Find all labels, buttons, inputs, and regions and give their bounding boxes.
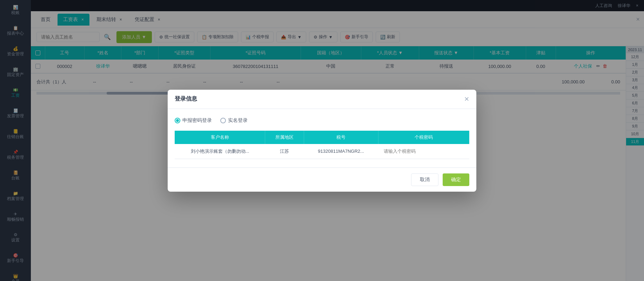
modal-table-row: 刘小艳演示账套（勿删勿动... 江苏 91320811MA7NGR2... [175, 144, 469, 159]
login-type-radio-group: 申报密码登录 实名登录 [175, 117, 469, 124]
modal-header: 登录信息 ✕ [168, 90, 476, 109]
modal-cell-name: 刘小艳演示账套（勿删勿动... [175, 144, 265, 159]
radio-realname-login[interactable]: 实名登录 [220, 117, 248, 124]
login-modal: 登录信息 ✕ 申报密码登录 实名登录 客户名称 所属地区 [168, 90, 476, 192]
modal-footer: 取消 确定 [168, 167, 476, 192]
tax-password-input[interactable] [384, 149, 463, 154]
confirm-button[interactable]: 确定 [443, 173, 469, 186]
modal-cell-region: 江苏 [265, 144, 304, 159]
modal-col-password: 个税密码 [378, 131, 469, 144]
modal-cell-tax: 91320811MA7NGR2... [304, 144, 378, 159]
modal-col-name: 客户名称 [175, 131, 265, 144]
modal-col-tax: 税号 [304, 131, 378, 144]
modal-cell-password-input[interactable] [378, 144, 469, 159]
modal-title: 登录信息 [175, 95, 197, 103]
radio-realname-circle [220, 118, 226, 123]
radio-password-circle [175, 118, 180, 123]
modal-body: 申报密码登录 实名登录 客户名称 所属地区 税号 个税密码 [168, 109, 476, 167]
modal-col-region: 所属地区 [265, 131, 304, 144]
modal-overlay: 登录信息 ✕ 申报密码登录 实名登录 客户名称 所属地区 [0, 0, 644, 281]
login-info-table: 客户名称 所属地区 税号 个税密码 刘小艳演示账套（勿删勿动... 江苏 913… [175, 131, 469, 159]
modal-close-button[interactable]: ✕ [464, 95, 469, 103]
cancel-button[interactable]: 取消 [411, 173, 438, 186]
radio-password-login[interactable]: 申报密码登录 [175, 117, 212, 124]
